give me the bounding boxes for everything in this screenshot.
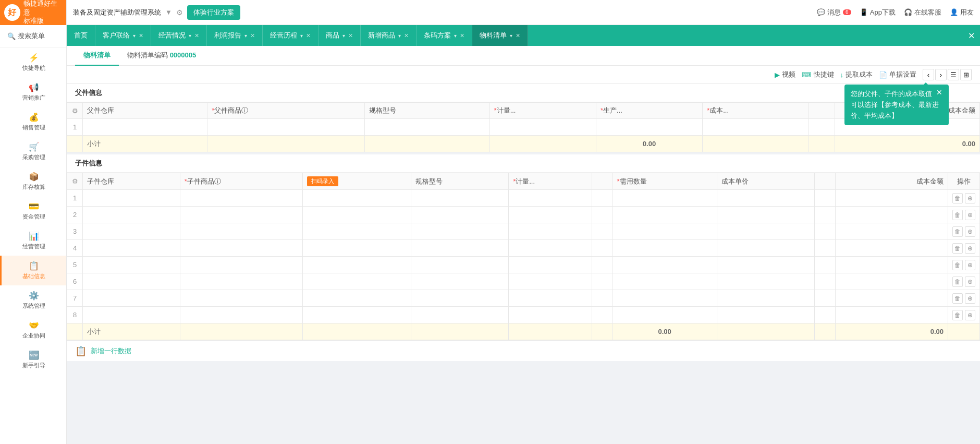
sidebar-item-enterprise[interactable]: 🤝企业协同 <box>0 315 66 345</box>
child-cell-spec[interactable] <box>411 273 509 290</box>
child-cell-spec[interactable] <box>411 207 509 223</box>
nav-tab-5[interactable]: 商品▾✕ <box>318 25 361 46</box>
message-button[interactable]: 💬 消息 6 <box>817 8 851 17</box>
sidebar-item-guide[interactable]: 🆕新手引导 <box>0 345 66 375</box>
parent-cell-unit[interactable] <box>489 119 596 136</box>
child-cell-unit[interactable] <box>509 307 592 323</box>
delete-icon[interactable]: 🗑 <box>952 310 963 320</box>
app-download-button[interactable]: 📱 App下载 <box>860 8 896 17</box>
child-cell-product[interactable] <box>180 257 303 273</box>
sidebar-item-marketing[interactable]: 📢营销推广 <box>0 77 66 107</box>
try-solution-button[interactable]: 体验行业方案 <box>187 5 240 20</box>
delete-icon[interactable]: 🗑 <box>952 210 963 220</box>
delete-icon[interactable]: 🗑 <box>952 193 963 203</box>
child-cell-unit[interactable] <box>509 257 592 273</box>
tab-close-icon[interactable]: ✕ <box>194 32 199 39</box>
tab-close-icon[interactable]: ✕ <box>306 32 311 39</box>
nav-tab-4[interactable]: 经营历程▾✕ <box>263 25 318 46</box>
search-menu-button[interactable]: 🔍 搜索菜单 <box>4 29 62 43</box>
menu-button[interactable]: ☰ <box>948 69 959 80</box>
table-scroll-area[interactable]: 父件信息 ⚙ 父件仓库 *父件商品ⓘ 规格型号 *计量... *生产... *成… <box>67 84 980 444</box>
child-cell-qty[interactable] <box>612 190 717 207</box>
nav-tab-2[interactable]: 经营情况▾✕ <box>151 25 207 46</box>
tab-close-icon[interactable]: ✕ <box>460 32 464 39</box>
parent-cell-cost[interactable] <box>703 119 809 136</box>
child-cell-unit[interactable] <box>509 207 592 223</box>
child-cell-unit-price[interactable] <box>717 290 814 307</box>
tab-close-icon[interactable]: ✕ <box>348 32 353 39</box>
tab-close-icon[interactable]: ✕ <box>139 32 143 39</box>
child-cell-unit-price[interactable] <box>717 190 814 207</box>
copy-icon[interactable]: ⊕ <box>965 243 975 254</box>
child-cell-unit[interactable] <box>509 223 592 240</box>
child-cell-qty[interactable] <box>612 257 717 273</box>
extract-cost-button[interactable]: ↓ 提取成本 <box>840 70 873 79</box>
delete-icon[interactable]: 🗑 <box>952 260 963 270</box>
child-cell-warehouse[interactable] <box>83 273 180 290</box>
child-cell-product[interactable] <box>180 223 303 240</box>
tab-close-icon[interactable]: ✕ <box>404 32 409 39</box>
child-cell-qty[interactable] <box>612 290 717 307</box>
delete-icon[interactable]: 🗑 <box>952 277 963 287</box>
child-cell-product[interactable] <box>180 207 303 223</box>
child-cell-warehouse[interactable] <box>83 290 180 307</box>
child-cell-warehouse[interactable] <box>83 257 180 273</box>
tooltip-close-button[interactable]: ✕ <box>936 89 942 96</box>
child-cell-spec[interactable] <box>411 223 509 240</box>
child-cell-qty[interactable] <box>612 207 717 223</box>
child-cell-spec[interactable] <box>411 257 509 273</box>
parent-col-gear[interactable]: ⚙ <box>67 103 83 119</box>
parent-cell-warehouse[interactable] <box>83 119 207 136</box>
online-service-button[interactable]: 🎧 在线客服 <box>904 8 941 17</box>
child-cell-spec[interactable] <box>411 290 509 307</box>
parent-cell-production[interactable] <box>596 119 702 136</box>
sub-tab-bom-code[interactable]: 物料清单编码 0000005 <box>119 46 204 66</box>
copy-icon[interactable]: ⊕ <box>965 277 975 287</box>
child-cell-qty[interactable] <box>612 240 717 257</box>
child-cell-qty[interactable] <box>612 307 717 323</box>
child-cell-spec[interactable] <box>411 190 509 207</box>
dropdown-icon[interactable]: ▼ <box>165 8 172 16</box>
sidebar-item-inventory[interactable]: 📦库存核算 <box>0 166 66 196</box>
sidebar-item-operation[interactable]: 📊经营管理 <box>0 226 66 256</box>
child-cell-qty[interactable] <box>612 223 717 240</box>
copy-icon[interactable]: ⊕ <box>965 193 975 203</box>
child-cell-qty[interactable] <box>612 273 717 290</box>
child-cell-warehouse[interactable] <box>83 223 180 240</box>
sidebar-item-system[interactable]: ⚙️系统管理 <box>0 285 66 315</box>
shortcut-button[interactable]: ⌨ 快捷键 <box>802 70 834 79</box>
child-cell-warehouse[interactable] <box>83 190 180 207</box>
child-cell-product[interactable] <box>180 307 303 323</box>
sidebar-item-basic-info[interactable]: 📋基础信息 <box>0 256 66 285</box>
add-row-label[interactable]: 新增一行数据 <box>91 346 131 356</box>
child-cell-warehouse[interactable] <box>83 207 180 223</box>
child-cell-product[interactable] <box>180 273 303 290</box>
child-cell-product[interactable] <box>180 290 303 307</box>
user-menu-button[interactable]: 👤 用友 <box>950 8 974 17</box>
copy-icon[interactable]: ⊕ <box>965 226 975 237</box>
close-all-tabs-button[interactable]: ✕ <box>963 31 980 41</box>
next-button[interactable]: › <box>935 69 947 80</box>
child-cell-unit-price[interactable] <box>717 307 814 323</box>
child-cell-unit-price[interactable] <box>717 273 814 290</box>
child-cell-product[interactable] <box>180 240 303 257</box>
expand-button[interactable]: ⊞ <box>960 69 972 80</box>
child-cell-unit-price[interactable] <box>717 223 814 240</box>
parent-cell-product[interactable] <box>207 119 365 136</box>
child-cell-unit[interactable] <box>509 273 592 290</box>
sidebar-item-sales[interactable]: 💰销售管理 <box>0 107 66 137</box>
child-cell-unit[interactable] <box>509 190 592 207</box>
delete-icon[interactable]: 🗑 <box>952 293 963 304</box>
child-cell-unit-price[interactable] <box>717 207 814 223</box>
sidebar-item-quick-nav[interactable]: ⚡快捷导航 <box>0 47 66 77</box>
nav-tab-1[interactable]: 客户联络▾✕ <box>95 25 151 46</box>
prev-button[interactable]: ‹ <box>923 69 934 80</box>
delete-icon[interactable]: 🗑 <box>952 226 963 237</box>
sub-tab-bill-of-materials[interactable]: 物料清单 <box>75 46 119 66</box>
child-cell-unit-price[interactable] <box>717 257 814 273</box>
parent-cell-spec[interactable] <box>365 119 489 136</box>
copy-icon[interactable]: ⊕ <box>965 310 975 320</box>
child-cell-unit[interactable] <box>509 290 592 307</box>
copy-icon[interactable]: ⊕ <box>965 260 975 270</box>
child-cell-spec[interactable] <box>411 307 509 323</box>
